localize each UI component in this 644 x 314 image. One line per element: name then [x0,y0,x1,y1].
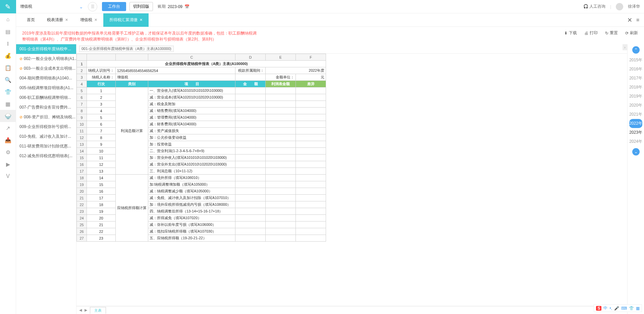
tab-首页[interactable]: 首页 [21,13,41,27]
page-tabs: 首页税表清册✕增值税✕所得税汇算清缴✕ ✕ ≡ [16,13,644,27]
year-item[interactable]: 2020年 [628,101,644,110]
topbar: 增值税 ⌄ ☰ 工作台 切到旧版 账期 2023-09 📅 🎧 人工咨询 | 徐… [16,0,644,13]
nav-doc-icon[interactable]: ▤ [0,25,16,38]
form-item[interactable]: 010-免税、减计收入及加计... [16,132,76,141]
reset-button[interactable]: ↻ 重置 [605,30,618,36]
year-up-icon[interactable]: ⌃ [632,46,640,54]
ime-lang[interactable]: 中 [603,305,607,311]
year-item[interactable]: 2024年 [628,137,644,146]
refresh-button[interactable]: ⟳ 刷新 [625,30,638,36]
logo[interactable]: ✎ [0,0,16,13]
sheet-area: ‹ 001-企业所得税年度纳税申报表（A类）主表(A100000) › CDEF… [76,44,627,314]
nav-home-icon[interactable]: ⌂ [0,13,16,25]
form-item[interactable]: ⊘002-一般企业收入明细表(A1... [16,54,76,64]
year-item[interactable]: 2023年 [628,128,644,137]
nav-audit-icon[interactable]: 🔍 [0,74,16,86]
period-label: 账期 [158,4,166,9]
print-button[interactable]: 🖨 打印 [584,30,598,36]
close-icon[interactable]: ✕ [140,18,143,22]
consult-link[interactable]: 🎧 人工咨询 [583,4,605,9]
form-list: 001-企业所得税年度纳税申...⊘002-一般企业收入明细表(A1...⊘00… [16,44,76,314]
warning-icon: ⊘ [19,115,22,119]
form-item[interactable]: 007-广告费和业务宣传费跨... [16,103,76,112]
warning-icon: ⊘ [19,66,22,71]
form-item[interactable]: ⊘003-一般企业成本支出明细... [16,64,76,73]
year-item[interactable]: 2016年 [628,65,644,74]
calendar-icon[interactable]: 📅 [184,4,190,9]
ime-punct-icon[interactable]: •, [609,306,612,311]
nav-money-icon[interactable]: 💰 [0,50,16,62]
left-nav: ✎ ⌂ ▤ ⫿ 💰 📋 🔍 👕 ▦ 🍚 ↗ 📥 ⚙ ▶ V [0,0,16,314]
ime-bar: S 中 •, 🎤 ⌨ 👕 ▦ [594,304,642,312]
company-name: 增值税 [20,4,32,9]
year-item[interactable]: 2022年 [629,119,642,128]
avatar[interactable] [616,3,623,10]
close-all-icon[interactable]: ✕ [627,16,634,24]
nav-video-icon[interactable]: ▶ [0,158,16,170]
sheet-tabs: ◀ ▶ 主表 ⋮ ◀ [76,306,627,314]
spreadsheet[interactable]: CDEF1企业所得税年度纳税申报表（A类）主表(A100000)2纳税人识别号：… [76,54,326,242]
nav-asset-icon[interactable]: 👕 [0,86,16,98]
close-icon[interactable]: ✕ [94,18,97,22]
form-item[interactable]: 012-减免所得税优惠明细表(... [16,151,76,161]
form-item[interactable]: 005-纳税调整项目明细表(A1... [16,83,76,93]
sheet-next-icon[interactable]: ▶ [85,308,87,312]
download-button[interactable]: ⬇ 下载 [564,30,577,36]
worktable-button[interactable]: 工作台 [102,2,126,11]
user-name[interactable]: 徐泽华 [628,4,640,9]
ime-skin-icon[interactable]: 👕 [629,306,634,311]
form-item[interactable]: 001-企业所得税年度纳税申... [16,44,76,54]
ime-grid-icon[interactable]: ▦ [636,306,640,311]
warning-icon: ⊘ [19,57,22,61]
list-icon[interactable]: ☰ [88,2,97,11]
form-item[interactable]: 011-研发费用加计扣除优惠... [16,141,76,151]
tab-所得税汇算清缴[interactable]: 所得税汇算清缴✕ [103,13,149,27]
nav-inbox-icon[interactable]: 📥 [0,134,16,146]
old-version-button[interactable]: 切到旧版 [129,2,153,11]
nav-report-icon[interactable]: 📋 [0,62,16,74]
year-down-icon[interactable]: ⌄ [632,148,640,155]
nav-tax-icon[interactable]: 🍚 [0,110,16,122]
year-item[interactable]: 2015年 [628,56,644,65]
nav-settings-icon[interactable]: ⚙ [0,146,16,158]
nav-chart-icon[interactable]: ⫿ [0,38,16,50]
ime-mic-icon[interactable]: 🎤 [614,306,619,311]
form-item[interactable]: 006-职工薪酬纳税调整明细... [16,93,76,103]
year-item[interactable]: 2021年 [628,110,644,119]
year-sidebar: ⌃ 2015年2016年2017年2018年2019年2020年2021年202… [627,44,644,314]
company-select[interactable]: 增值税 ⌄ [20,4,83,9]
year-item[interactable]: 2017年 [628,74,644,83]
year-item[interactable]: 2018年 [628,83,644,92]
year-item[interactable]: 2019年 [628,92,644,101]
nav-v-icon[interactable]: V [0,170,16,182]
tabs-menu-icon[interactable]: ≡ [636,17,639,23]
toolbar-actions: ⬇ 下载 🖨 打印 ↻ 重置 ⟳ 刷新 [564,30,638,36]
tab-税表清册[interactable]: 税表清册✕ [41,13,74,27]
ime-kb-icon[interactable]: ⌨ [621,306,627,311]
close-icon[interactable]: ✕ [65,18,68,22]
warning-text: 2019年度涉及取以前年度结转数据的申报表单元格需要手工维护正确，才能保证本年及… [22,30,257,42]
form-item[interactable]: ⊘008-资产折旧、摊销及纳税... [16,112,76,122]
nav-export-icon[interactable]: ↗ [0,122,16,134]
chevron-down-icon: ⌄ [79,4,83,9]
ime-s-icon[interactable]: S [596,306,601,311]
tab-增值税[interactable]: 增值税✕ [74,13,103,27]
form-item[interactable]: 004-期间费用明细表(A1040... [16,73,76,83]
sheet-prev-icon[interactable]: ◀ [79,308,82,312]
sheet-tab-main[interactable]: 主表 [90,307,106,314]
period-value[interactable]: 2023-09 [168,4,182,9]
nav-calc-icon[interactable]: ▦ [0,98,16,110]
breadcrumb: 001-企业所得税年度纳税申报表（A类）主表(A100000) [79,46,174,52]
form-item[interactable]: 009-企业所得税弥补亏损明... [16,122,76,132]
crumb-next-icon[interactable]: › [623,44,627,50]
